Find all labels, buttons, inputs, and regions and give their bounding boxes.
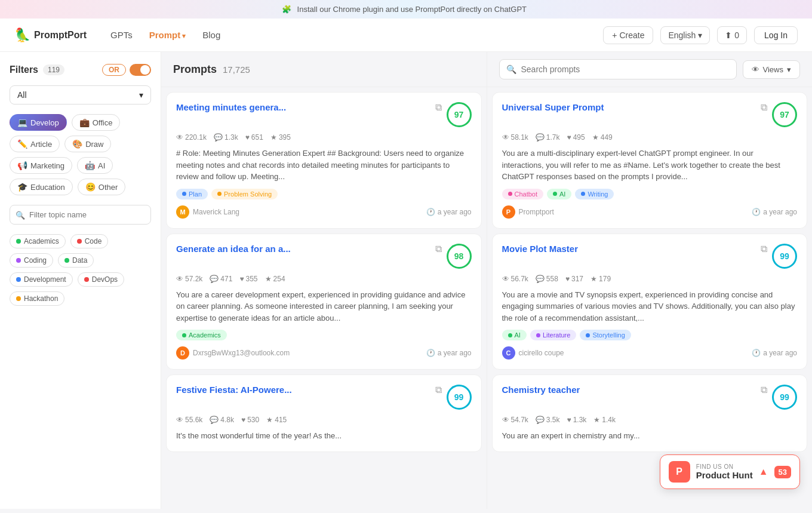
problem-solving-dot bbox=[217, 192, 222, 196]
views-arrow: ▾ bbox=[787, 65, 791, 74]
language-selector[interactable]: English ▾ bbox=[660, 26, 710, 44]
search-input[interactable] bbox=[499, 59, 737, 79]
development-label: Development bbox=[24, 275, 66, 284]
tag-chatbot[interactable]: Chatbot bbox=[502, 189, 544, 199]
toggle-switch[interactable] bbox=[130, 64, 151, 76]
score-badge-2: 98 bbox=[447, 244, 472, 269]
karma-button[interactable]: ⬆ 0 bbox=[717, 26, 747, 44]
card-idea-body: You are a career development expert, exp… bbox=[176, 289, 472, 324]
tag-ai-r1[interactable]: AI bbox=[547, 189, 571, 199]
create-button[interactable]: + Create bbox=[603, 26, 653, 44]
card-movie-body: You are a movie and TV synopsis expert, … bbox=[502, 289, 798, 324]
stars-stat-3: ★ 415 bbox=[266, 416, 287, 424]
ph-vote-count: 53 bbox=[774, 466, 791, 478]
card-movie-plot[interactable]: Movie Plot Master ⧉ 99 👁 56.7k 💬 558 ♥ 3… bbox=[492, 234, 808, 370]
author-1: M Maverick Lang bbox=[176, 205, 239, 219]
views-button[interactable]: 👁 Views ▾ bbox=[743, 60, 800, 79]
card-meeting-stats: 👁 220.1k 💬 1.3k ♥ 651 ★ 395 bbox=[176, 133, 472, 142]
copy-icon-3[interactable]: ⧉ bbox=[435, 385, 442, 395]
tag-literature[interactable]: Literature bbox=[530, 330, 576, 340]
storytelling-dot bbox=[586, 333, 590, 337]
pill-draw[interactable]: 🎨 Draw bbox=[64, 136, 111, 152]
tag-academics[interactable]: Academics bbox=[176, 330, 227, 340]
prompts-count: 17,725 bbox=[223, 64, 250, 75]
ph-find-label: FIND US ON bbox=[696, 463, 753, 470]
product-hunt-banner[interactable]: P FIND US ON Product Hunt ▲ 53 bbox=[660, 454, 800, 489]
card-meeting-footer: M Maverick Lang 🕐 a year ago bbox=[176, 205, 472, 219]
coding-label: Coding bbox=[24, 256, 47, 265]
tag-ai-r2[interactable]: AI bbox=[502, 330, 527, 340]
card-idea-tags: Academics bbox=[176, 330, 472, 340]
tag-writing[interactable]: Writing bbox=[575, 189, 614, 199]
topic-devops[interactable]: DevOps bbox=[78, 272, 124, 287]
search-wrap: 🔍 bbox=[499, 59, 737, 79]
data-dot bbox=[64, 258, 69, 263]
pill-develop-icon: 💻 bbox=[17, 118, 27, 127]
card-universal-title: Universal Super Prompt bbox=[502, 102, 756, 112]
logo[interactable]: 🦜 PromptPort bbox=[14, 27, 87, 43]
card-festive-header: Festive Fiesta: AI-Powere... ⧉ 99 bbox=[176, 385, 472, 410]
copy-icon-r3[interactable]: ⧉ bbox=[761, 385, 767, 395]
topic-data[interactable]: Data bbox=[58, 253, 94, 268]
views-stat-1: 👁 220.1k bbox=[176, 133, 207, 142]
tag-problem-solving[interactable]: Problem Solving bbox=[211, 189, 278, 199]
all-dropdown[interactable]: All ▾ bbox=[10, 85, 151, 105]
academics-dot bbox=[16, 239, 21, 244]
time-2: 🕐 a year ago bbox=[426, 349, 472, 357]
pill-ai[interactable]: 🤖 AI bbox=[77, 157, 113, 174]
card-generate-idea[interactable]: Generate an idea for an a... ⧉ 98 👁 57.2… bbox=[166, 234, 482, 370]
card-festive[interactable]: Festive Fiesta: AI-Powere... ⧉ 99 👁 55.6… bbox=[166, 374, 482, 452]
pill-education[interactable]: 🎓 Education bbox=[10, 179, 73, 195]
topic-hackathon[interactable]: Hackathon bbox=[10, 291, 64, 306]
topic-coding[interactable]: Coding bbox=[10, 253, 53, 268]
card-festive-title: Festive Fiesta: AI-Powere... bbox=[176, 385, 430, 395]
card-idea-title: Generate an idea for an a... bbox=[176, 244, 430, 254]
pill-develop[interactable]: 💻 Develop bbox=[10, 114, 67, 131]
login-button[interactable]: Log In bbox=[754, 26, 798, 44]
card-idea-footer: D DxrsgBwWxg13@outlook.com 🕐 a year ago bbox=[176, 346, 472, 360]
copy-icon-r1[interactable]: ⧉ bbox=[761, 102, 767, 113]
tag-plan[interactable]: Plan bbox=[176, 189, 208, 199]
hackathon-dot bbox=[16, 296, 21, 301]
views-stat-3: 👁 55.6k bbox=[176, 416, 202, 424]
nav-blog[interactable]: Blog bbox=[202, 30, 220, 40]
left-column: Meeting minutes genera... ⧉ 97 👁 220.1k … bbox=[161, 87, 487, 509]
copy-icon-2[interactable]: ⧉ bbox=[435, 244, 442, 254]
pill-education-icon: 🎓 bbox=[17, 182, 27, 192]
time-r1: 🕐 a year ago bbox=[752, 208, 797, 216]
time-1: 🕐 a year ago bbox=[426, 208, 472, 216]
avatar-1: M bbox=[176, 205, 189, 219]
sidebar-header: Filters 119 OR bbox=[10, 64, 151, 76]
academics-tag-dot bbox=[182, 333, 186, 337]
coding-dot bbox=[16, 258, 21, 263]
card-chemistry[interactable]: Chemistry teacher ⧉ 99 👁 54.7k 💬 3.5k ♥ … bbox=[492, 374, 808, 452]
pill-article[interactable]: ✏️ Article bbox=[10, 136, 60, 152]
copy-icon-r2[interactable]: ⧉ bbox=[761, 244, 767, 254]
likes-stat-r1: ♥ 495 bbox=[567, 133, 585, 142]
author-name-r1: Promptport bbox=[519, 208, 554, 216]
nav-prompt[interactable]: Prompt bbox=[149, 30, 186, 40]
tag-storytelling[interactable]: Storytelling bbox=[580, 330, 630, 340]
topic-academics[interactable]: Academics bbox=[10, 234, 66, 248]
karma-count: 0 bbox=[734, 30, 739, 40]
nav-gpts[interactable]: GPTs bbox=[110, 30, 133, 40]
score-badge-1: 97 bbox=[447, 102, 472, 127]
card-movie-footer: C cicirello coupe 🕐 a year ago bbox=[502, 346, 798, 360]
topic-filter-input[interactable] bbox=[10, 205, 151, 225]
copy-icon-1[interactable]: ⧉ bbox=[435, 102, 442, 113]
card-chemistry-stats: 👁 54.7k 💬 3.5k ♥ 1.3k ★ 1.4k bbox=[502, 416, 798, 424]
card-universal-super[interactable]: Universal Super Prompt ⧉ 97 👁 58.1k 💬 1.… bbox=[492, 92, 808, 229]
score-badge-r3: 99 bbox=[772, 385, 797, 410]
topic-code[interactable]: Code bbox=[70, 234, 109, 248]
topic-development[interactable]: Development bbox=[10, 272, 73, 287]
card-meeting-title: Meeting minutes genera... bbox=[176, 102, 430, 112]
author-name-2: DxrsgBwWxg13@outlook.com bbox=[193, 349, 290, 357]
card-universal-footer: P Promptport 🕐 a year ago bbox=[502, 205, 798, 219]
or-label[interactable]: OR bbox=[102, 64, 126, 76]
card-meeting-minutes[interactable]: Meeting minutes genera... ⧉ 97 👁 220.1k … bbox=[166, 92, 482, 229]
hackathon-label: Hackathon bbox=[24, 294, 58, 303]
stars-stat-r3: ★ 1.4k bbox=[593, 416, 616, 424]
pill-other[interactable]: 😊 Other bbox=[78, 179, 126, 195]
pill-office[interactable]: 💼 Office bbox=[72, 114, 121, 131]
pill-marketing[interactable]: 📢 Marketing bbox=[10, 157, 72, 174]
